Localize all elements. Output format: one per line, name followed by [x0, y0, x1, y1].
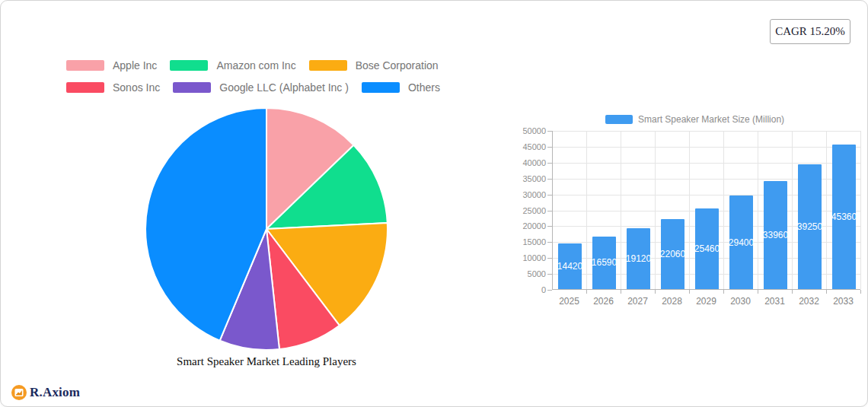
gridline	[553, 131, 860, 132]
y-axis-label: 20000	[500, 221, 546, 231]
y-axis-label: 5000	[500, 269, 546, 278]
y-axis-label: 15000	[500, 237, 546, 246]
y-axis-tick	[547, 163, 552, 164]
y-axis-label: 50000	[500, 126, 546, 135]
legend-item-amazon-com-inc[interactable]: Amazon com Inc	[170, 59, 295, 72]
brand-chart-icon	[11, 384, 27, 401]
bar-chart: Smart Speaker Market Size (Million) 1442…	[526, 110, 868, 311]
bar-value-label: 25460	[694, 243, 720, 254]
legend-label: Apple Inc	[113, 59, 157, 72]
brand-logo: R.Axiom	[11, 384, 80, 401]
legend-swatch	[66, 60, 104, 71]
bar-value-label: 33960	[763, 230, 788, 240]
x-axis-label: 2029	[689, 296, 723, 307]
gridline	[689, 131, 690, 289]
bar-2027: 19120	[627, 228, 650, 289]
legend-item-others[interactable]: Others	[362, 81, 440, 94]
y-axis-label: 40000	[500, 158, 546, 167]
x-axis-tick	[723, 290, 724, 294]
y-axis-label: 45000	[500, 142, 546, 151]
gridline	[792, 131, 793, 289]
bar-value-label: 14420	[557, 261, 582, 272]
bar-value-label: 39250	[797, 221, 822, 232]
x-axis-tick	[621, 290, 621, 294]
y-axis-tick	[547, 290, 552, 291]
x-axis-label: 2028	[655, 296, 689, 307]
x-axis-tick	[792, 290, 793, 294]
y-axis-tick	[547, 147, 552, 148]
y-axis-tick	[547, 131, 552, 132]
legend-label: Others	[408, 81, 440, 94]
legend-swatch	[309, 60, 347, 71]
gridline	[655, 131, 656, 289]
x-axis-tick	[689, 290, 690, 294]
x-axis-label: 2033	[826, 296, 860, 307]
gridline	[621, 131, 621, 289]
y-axis-label: 10000	[500, 253, 546, 262]
gridline	[553, 147, 860, 148]
bar-legend-swatch	[605, 115, 633, 124]
cagr-badge: CAGR 15.20%	[770, 19, 850, 44]
bar-2025: 14420	[558, 243, 582, 289]
bar-value-label: 19120	[626, 253, 651, 264]
y-axis-tick	[547, 226, 552, 227]
gridline	[758, 131, 758, 289]
brand-name: R.Axiom	[30, 385, 80, 400]
y-axis-tick	[547, 195, 552, 196]
gridline	[826, 131, 827, 289]
bar-legend-label: Smart Speaker Market Size (Million)	[638, 114, 784, 125]
gridline	[553, 163, 860, 164]
y-axis-label: 30000	[500, 190, 546, 199]
legend-swatch	[173, 82, 211, 93]
x-axis-tick	[586, 290, 587, 294]
x-axis-label: 2025	[552, 296, 586, 307]
cagr-label: CAGR 15.20%	[775, 25, 845, 38]
bar-2029: 25460	[695, 208, 719, 289]
legend-item-google-llc-alphabet-inc[interactable]: Google LLC (Alphabet Inc )	[173, 81, 349, 94]
gridline	[723, 131, 724, 289]
y-axis-label: 0	[500, 285, 546, 294]
y-axis-tick	[547, 242, 552, 243]
gridline	[860, 131, 861, 289]
legend-label: Amazon com Inc	[216, 59, 295, 72]
y-axis-label: 35000	[500, 174, 546, 183]
x-axis-label: 2030	[723, 296, 758, 307]
bar-value-label: 29400	[729, 237, 754, 248]
legend-item-sonos-inc[interactable]: Sonos Inc	[66, 81, 160, 94]
pie-legend-row-2: Sonos IncGoogle LLC (Alphabet Inc )Other…	[66, 81, 440, 94]
y-axis-label: 25000	[500, 206, 546, 215]
legend-swatch	[66, 82, 104, 93]
bar-2033: 45360	[832, 145, 856, 289]
report-card: CAGR 15.20% Apple IncAmazon com IncBose …	[0, 0, 868, 407]
pie-legend-row-1: Apple IncAmazon com IncBose Corporation	[66, 59, 440, 72]
bar-value-label: 16590	[592, 257, 617, 268]
x-axis-tick	[860, 290, 861, 294]
pie-legend: Apple IncAmazon com IncBose Corporation …	[66, 59, 440, 103]
x-axis-label: 2027	[621, 296, 655, 307]
x-axis-tick	[826, 290, 827, 294]
pie-chart-title: Smart Speaker Market Leading Players	[144, 355, 389, 368]
x-axis-tick	[655, 290, 656, 294]
bar-2031: 33960	[764, 181, 787, 289]
bar-plot-area: 1442016590191202206025460294003396039250…	[552, 131, 860, 290]
bar-2028: 22060	[661, 219, 685, 289]
bar-2032: 39250	[798, 164, 822, 289]
x-axis-label: 2026	[586, 296, 621, 307]
legend-label: Bose Corporation	[356, 59, 439, 72]
y-axis-tick	[547, 258, 552, 259]
legend-swatch	[170, 60, 208, 71]
legend-item-apple-inc[interactable]: Apple Inc	[66, 59, 157, 72]
bar-2030: 29400	[729, 196, 753, 289]
bar-value-label: 22060	[660, 249, 685, 259]
y-axis-tick	[547, 211, 552, 211]
legend-label: Sonos Inc	[113, 81, 160, 94]
legend-item-bose-corporation[interactable]: Bose Corporation	[309, 59, 439, 72]
y-axis-tick	[547, 274, 552, 275]
pie-chart	[143, 106, 390, 352]
bar-legend-item[interactable]: Smart Speaker Market Size (Million)	[605, 114, 784, 125]
gridline	[586, 131, 587, 289]
y-axis-tick	[547, 179, 552, 180]
x-axis-label: 2031	[758, 296, 792, 307]
legend-label: Google LLC (Alphabet Inc )	[219, 81, 349, 94]
bar-2026: 16590	[592, 237, 616, 289]
